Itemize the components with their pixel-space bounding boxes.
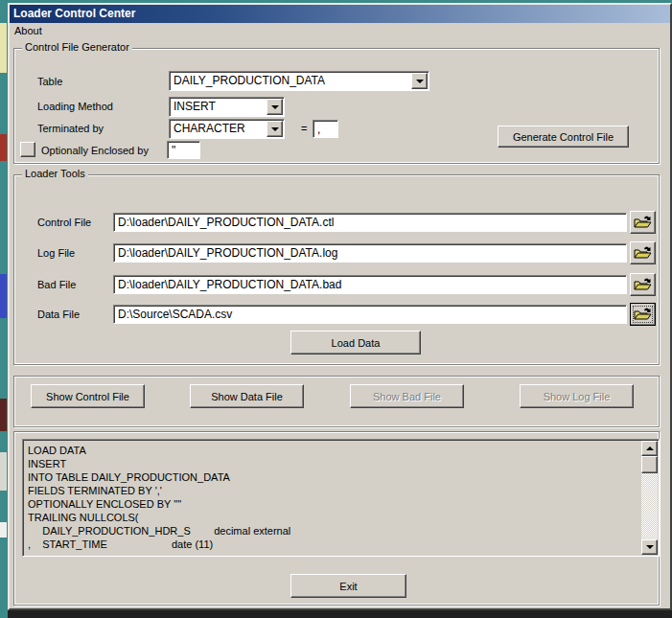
bad-file-label: Bad File xyxy=(37,279,76,290)
bad-file-input[interactable]: D:\loader\DAILY_PRODUCTION_DATA.bad xyxy=(113,275,627,294)
data-file-input[interactable]: D:\Source\SCADA.csv xyxy=(113,305,627,324)
control-file-label: Control File xyxy=(37,217,91,228)
arrow-down-icon xyxy=(646,545,654,549)
control-file-preview[interactable]: LOAD DATA INSERT INTO TABLE DAILY_PRODUC… xyxy=(22,439,660,557)
show-log-file-button: Show Log File xyxy=(520,384,634,408)
loading-method-combobox[interactable]: INSERT xyxy=(169,97,285,117)
scroll-down-button[interactable] xyxy=(641,539,658,555)
terminator-char-value: , xyxy=(317,123,336,136)
desktop-icon-fragment xyxy=(0,134,7,161)
terminator-char-field[interactable]: , xyxy=(313,120,338,138)
log-file-input[interactable]: D:\loader\DAILY_PRODUCTION_DATA.log xyxy=(113,243,627,263)
table-label: Table xyxy=(37,76,62,87)
scrollbar-thumb[interactable] xyxy=(641,456,658,473)
optionally-enclosed-label: Optionally Enclosed by xyxy=(41,145,149,156)
desktop-icon-fragment xyxy=(0,452,7,491)
enclosed-char-value: " xyxy=(172,144,197,157)
loading-method-label: Loading Method xyxy=(37,101,113,112)
scrollbar-track[interactable] xyxy=(641,473,658,539)
chevron-down-icon[interactable] xyxy=(266,121,283,137)
loader-control-center-window: Loader Control Center About Control File… xyxy=(8,3,672,610)
terminated-by-combobox[interactable]: CHARACTER xyxy=(169,119,285,139)
browse-control-file-button[interactable] xyxy=(630,211,656,234)
terminated-by-label: Terminated by xyxy=(37,123,104,134)
chevron-down-icon[interactable] xyxy=(266,99,283,115)
generate-control-file-button[interactable]: Generate Control File xyxy=(498,126,629,148)
menu-bar: About xyxy=(10,23,670,40)
control-file-input[interactable]: D:\loader\DAILY_PRODUCTION_DATA.ctl xyxy=(113,213,627,232)
vertical-scrollbar[interactable] xyxy=(641,441,658,555)
control-file-preview-text: LOAD DATA INSERT INTO TABLE DAILY_PRODUC… xyxy=(28,444,637,554)
loader-tools-group: Loader Tools Control File D:\loader\DAIL… xyxy=(13,174,660,365)
taskbar-edge xyxy=(8,610,672,618)
open-folder-icon xyxy=(634,245,652,261)
log-file-path: D:\loader\DAILY_PRODUCTION_DATA.log xyxy=(118,246,624,260)
table-combobox[interactable]: DAILY_PRODUCTION_DATA xyxy=(169,71,429,91)
title-bar[interactable]: Loader Control Center xyxy=(10,5,670,23)
desktop-icon-fragment xyxy=(0,399,7,431)
browse-log-file-button[interactable] xyxy=(630,241,656,264)
scroll-up-button[interactable] xyxy=(641,441,658,456)
show-data-file-button[interactable]: Show Data File xyxy=(190,384,304,408)
show-bad-file-button: Show Bad File xyxy=(350,384,464,408)
table-combobox-value: DAILY_PRODUCTION_DATA xyxy=(174,74,427,87)
exit-button[interactable]: Exit xyxy=(290,574,406,598)
log-file-label: Log File xyxy=(37,247,75,259)
load-data-button[interactable]: Load Data xyxy=(290,331,421,355)
window-title: Loader Control Center xyxy=(13,7,135,20)
desktop-icon-fragment xyxy=(0,522,7,538)
open-folder-icon xyxy=(634,277,652,292)
chevron-down-icon[interactable] xyxy=(411,73,428,89)
arrow-up-icon xyxy=(646,446,654,450)
open-folder-icon xyxy=(634,215,652,230)
control-file-path: D:\loader\DAILY_PRODUCTION_DATA.ctl xyxy=(118,216,624,229)
bad-file-path: D:\loader\DAILY_PRODUCTION_DATA.bad xyxy=(118,278,624,291)
menu-item-about[interactable]: About xyxy=(10,23,47,38)
browse-data-file-button[interactable] xyxy=(630,303,656,326)
browse-bad-file-button[interactable] xyxy=(630,273,656,296)
optionally-enclosed-checkbox[interactable] xyxy=(20,142,35,157)
group-label: Control File Generator xyxy=(22,41,132,54)
data-file-label: Data File xyxy=(37,309,80,320)
group-label: Loader Tools xyxy=(22,168,88,180)
desktop-icon-fragment xyxy=(0,23,7,73)
preview-group: LOAD DATA INSERT INTO TABLE DAILY_PRODUC… xyxy=(13,431,660,606)
enclosed-char-field[interactable]: " xyxy=(167,141,200,159)
equals-label: = xyxy=(301,123,307,134)
show-control-file-button[interactable]: Show Control File xyxy=(31,384,145,408)
data-file-path: D:\Source\SCADA.csv xyxy=(118,308,624,321)
open-folder-icon xyxy=(634,307,652,322)
show-buttons-group: Show Control File Show Data File Show Ba… xyxy=(13,376,660,427)
control-file-generator-group: Control File Generator Table DAILY_PRODU… xyxy=(13,48,660,164)
desktop-icon-fragment xyxy=(0,274,7,318)
